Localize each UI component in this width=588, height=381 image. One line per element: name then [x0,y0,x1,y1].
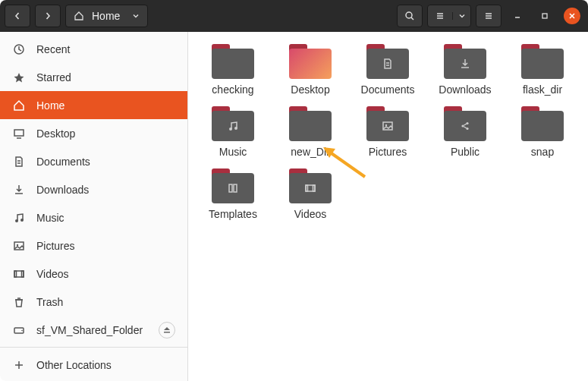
window-close-button[interactable] [564,8,580,24]
sidebar-item-label: Documents [36,156,90,168]
folder-flask-dir[interactable]: flask_dir [504,43,581,96]
sidebar-item-label: Downloads [36,184,89,196]
eject-button[interactable] [159,322,175,338]
folder-icon [289,105,332,141]
sidebar-item-label: Home [36,99,64,112]
sidebar-item-label: Trash [36,296,63,308]
sidebar-item-label: sf_VM_Shared_Folder [36,324,143,336]
document-icon [382,58,394,70]
nav-forward-button[interactable] [35,5,61,27]
folder-label: checking [212,83,253,96]
path-bar[interactable]: Home [65,5,148,27]
download-icon [12,183,26,197]
svg-point-36 [234,127,237,130]
svg-point-19 [20,219,24,222]
music-icon [12,211,26,225]
hamburger-menu-button[interactable] [476,5,502,27]
folder-music[interactable]: Music [194,105,272,158]
svg-rect-13 [14,130,24,136]
view-options-button[interactable] [427,5,471,27]
folder-icon [444,105,486,141]
folder-label: Public [451,146,480,158]
nav-back-button[interactable] [5,5,30,27]
svg-rect-23 [14,271,17,277]
folder-icon [366,105,409,141]
folder-videos[interactable]: Videos [272,167,349,220]
template-icon [227,182,239,194]
folder-icon [289,167,332,203]
svg-point-21 [17,244,18,245]
path-label: Home [92,10,120,22]
folder-label: Templates [209,208,257,220]
minimize-icon [514,12,521,20]
document-icon [12,155,26,168]
sidebar-item-home[interactable]: Home [0,91,187,119]
folder-icon [212,105,254,141]
home-icon [74,11,84,21]
video-icon [12,267,26,281]
folder-checking[interactable]: checking [194,43,272,96]
folder-label: Music [219,146,247,158]
picture-icon [382,120,394,132]
svg-point-18 [15,219,18,222]
video-icon [304,182,316,194]
search-button[interactable] [397,5,423,27]
folder-label: Desktop [291,83,329,96]
sidebar-item-downloads[interactable]: Downloads [0,175,187,203]
sidebar-item-label: Starred [36,71,71,83]
drive-icon [12,323,26,337]
sidebar-other-locations[interactable]: Other Locations [0,351,187,379]
folder-label: snap [531,146,554,158]
svg-rect-45 [234,184,237,192]
sidebar-item-documents[interactable]: Documents [0,147,187,175]
svg-point-0 [406,12,412,18]
svg-rect-29 [164,332,170,333]
svg-line-1 [411,17,413,20]
sidebar-item-label: Music [36,212,64,224]
folder-snap[interactable]: snap [504,105,581,158]
folder-public[interactable]: Public [426,105,504,158]
folder-downloads[interactable]: Downloads [426,43,504,96]
hamburger-icon [483,11,494,21]
svg-point-35 [229,128,232,131]
folder-icon [521,43,564,79]
window-maximize-button[interactable] [536,8,553,24]
sidebar-item-music[interactable]: Music [0,203,187,231]
sidebar-item-recent[interactable]: Recent [0,35,187,63]
desktop-icon [12,127,26,140]
sidebar: RecentStarredHomeDesktopDocumentsDownloa… [0,32,188,381]
path-dropdown-icon [132,12,140,20]
folder-label: Documents [361,83,415,96]
sidebar-item-starred[interactable]: Starred [0,63,187,91]
picture-icon [12,239,26,253]
folder-label: Videos [294,208,327,220]
folder-templates[interactable]: Templates [194,167,272,220]
sidebar-item-label: Other Locations [36,359,112,371]
sidebar-item-videos[interactable]: Videos [0,260,187,288]
folder-label: flask_dir [523,83,562,96]
folder-icon [289,43,332,79]
sidebar-item-desktop[interactable]: Desktop [0,119,187,147]
svg-point-38 [385,124,387,126]
sidebar-item-sf-vm-shared-folder[interactable]: sf_VM_Shared_Folder [0,316,187,344]
folder-icon [212,43,254,79]
folder-new-dir[interactable]: new_Dir [272,105,349,158]
sidebar-item-label: Pictures [36,240,75,252]
folder-pictures[interactable]: Pictures [349,105,426,158]
sidebar-item-pictures[interactable]: Pictures [0,231,187,260]
folder-desktop[interactable]: Desktop [272,43,349,96]
svg-point-28 [21,329,23,331]
window-minimize-button[interactable] [509,8,526,24]
clock-icon [12,43,26,56]
folder-label: Downloads [439,83,491,96]
svg-rect-24 [22,271,24,277]
folder-documents[interactable]: Documents [349,43,426,96]
svg-rect-9 [542,14,547,18]
folder-icon [521,105,564,141]
home-icon [12,99,26,112]
search-icon [404,11,415,21]
list-view-icon [435,11,445,21]
maximize-icon [541,12,549,20]
sidebar-item-trash[interactable]: Trash [0,288,187,316]
chevron-right-icon [44,12,52,20]
